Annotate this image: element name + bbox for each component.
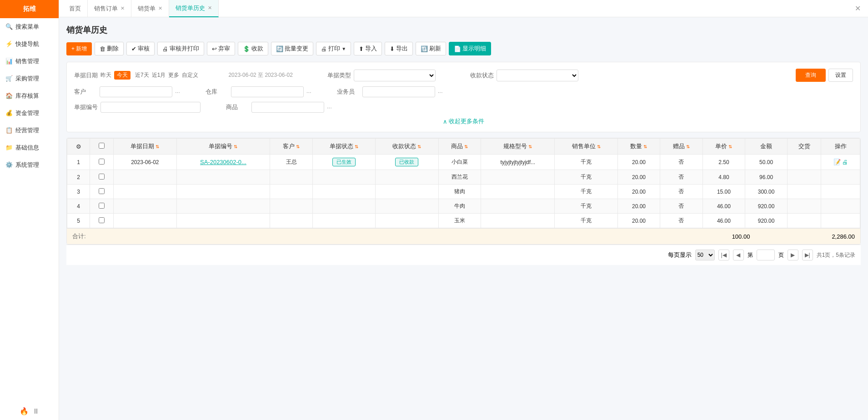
row-doc-num[interactable]: SA-20230602-0... [176,155,270,170]
tab-close-sales-order[interactable]: ✕ [120,5,125,11]
th-checkbox[interactable] [90,139,114,155]
audit-button[interactable]: ✔ 审核 [126,42,155,55]
th-customer[interactable]: 客户⇅ [270,139,312,155]
row-spec [481,170,555,185]
collapse-up-icon: ∧ [443,118,447,125]
date-yesterday[interactable]: 昨天 [100,71,111,79]
add-button[interactable]: + 新增 [66,42,92,55]
goods-input[interactable] [251,102,324,113]
tab-sales-delivery[interactable]: 销货单 ✕ [131,0,169,17]
doc-num-input[interactable] [100,102,201,113]
sidebar-item-sales-mgmt[interactable]: 📊 销售管理 [0,53,59,70]
collapse-button[interactable]: ∧ 收起更多条件 [443,117,484,125]
sidebar-item-operations[interactable]: 📋 经营管理 [0,122,59,139]
row-doc-num[interactable] [176,214,270,228]
tab-home[interactable]: 首页 [63,0,88,17]
salesman-dots[interactable]: ··· [438,89,443,95]
collect-icon: 💲 [243,45,250,52]
goods-dots[interactable]: ··· [327,104,332,111]
pay-status-select[interactable] [497,70,578,81]
page-input[interactable]: 1 [757,250,775,260]
tab-close-all[interactable]: ✕ [851,4,864,13]
sidebar-item-purchase-mgmt[interactable]: 🛒 采购管理 [0,70,59,87]
batch-change-button[interactable]: 🔄 批量变更 [271,42,313,55]
first-page-button[interactable]: |◀ [718,250,729,260]
sidebar-bottom: 🔥 ⏸ [0,402,59,420]
print-button[interactable]: 🖨 打印 ▼ [316,42,351,55]
row-price: 15.00 [702,185,745,199]
row-price: 46.00 [702,214,745,228]
th-num[interactable]: 单据编号⇅ [176,139,270,155]
abandon-button[interactable]: ↩ 弃审 [207,42,235,55]
salesman-input[interactable] [362,86,435,97]
prev-page-button[interactable]: ◀ [733,250,744,260]
collect-button[interactable]: 💲 收款 [238,42,268,55]
th-qty[interactable]: 数量⇅ [617,139,660,155]
sidebar-item-system-mgmt[interactable]: ⚙️ 系统管理 [0,156,59,174]
row-checkbox[interactable] [90,199,114,214]
goods-label: 商品 [226,103,249,111]
quick-nav-icon: ⚡ [5,40,13,48]
sidebar-item-inventory[interactable]: 🏠 库存核算 [0,87,59,105]
row-checkbox[interactable] [90,214,114,228]
th-settings[interactable]: ⚙ [67,139,90,155]
th-spec[interactable]: 规格型号⇅ [481,139,555,155]
row-doc-num[interactable] [176,185,270,199]
row-action[interactable] [821,185,860,199]
row-doc-num[interactable] [176,170,270,185]
sidebar-collapse-icon[interactable]: 🔥 [20,407,29,415]
tab-close-sales-delivery[interactable]: ✕ [158,5,162,11]
sales-icon: 📊 [5,58,13,65]
tab-sales-order[interactable]: 销售订单 ✕ [88,0,131,17]
th-goods[interactable]: 商品⇅ [438,139,481,155]
date-1month[interactable]: 近1月 [152,71,166,79]
th-price[interactable]: 单价⇅ [702,139,745,155]
th-gift[interactable]: 赠品⇅ [660,139,702,155]
refresh-button[interactable]: 🔃 刷新 [416,42,446,55]
row-action[interactable] [821,214,860,228]
row-gift: 否 [660,199,702,214]
date-custom[interactable]: 自定义 [182,71,198,79]
delete-button[interactable]: 🗑 删除 [95,42,124,55]
th-doc-status[interactable]: 单据状态⇅ [312,139,375,155]
row-checkbox[interactable] [90,185,114,199]
tab-sales-history[interactable]: 销货单历史 ✕ [169,0,219,17]
export-icon: ⬇ [390,45,395,52]
settings-button[interactable]: 设置 [828,69,853,82]
th-trade: 交货 [788,139,821,155]
export-button[interactable]: ⬇ 导出 [385,42,413,55]
sidebar-item-finance[interactable]: 💰 资金管理 [0,105,59,122]
sidebar-item-quick-nav[interactable]: ⚡ 快捷导航 [0,35,59,53]
select-all-checkbox[interactable] [99,143,105,149]
row-checkbox[interactable] [90,170,114,185]
th-pay-status[interactable]: 收款状态⇅ [376,139,438,155]
th-date[interactable]: 单据日期⇅ [114,139,176,155]
next-page-button[interactable]: ▶ [788,250,798,260]
last-page-button[interactable]: ▶| [802,250,813,260]
date-7days[interactable]: 近7天 [135,71,149,79]
th-unit[interactable]: 销售单位⇅ [555,139,617,155]
warehouse-dots[interactable]: ··· [306,89,311,95]
row-action[interactable] [821,199,860,214]
date-more[interactable]: 更多 [168,71,179,79]
row-action[interactable]: 📝 🖨 [821,155,860,170]
query-button[interactable]: 查询 [796,69,826,82]
data-table: ⚙ 单据日期⇅ 单据编号⇅ 客户⇅ 单据状态⇅ 收款状态⇅ 商品⇅ 规格型号⇅ … [67,138,860,228]
row-action[interactable] [821,170,860,185]
warehouse-input[interactable] [231,86,304,97]
show-detail-button[interactable]: 📄 显示明细 [449,42,491,55]
row-checkbox[interactable] [90,155,114,170]
date-today[interactable]: 今天 [114,71,130,80]
customer-input[interactable] [100,86,172,97]
per-page-select[interactable]: 50 100 [695,250,715,260]
sidebar-item-basic-info[interactable]: 📁 基础信息 [0,139,59,156]
audit-print-button[interactable]: 🖨 审核并打印 [157,42,204,55]
row-doc-num[interactable] [176,199,270,214]
purchase-icon: 🛒 [5,75,13,82]
tab-close-sales-history[interactable]: ✕ [208,5,212,11]
sidebar-pause-icon[interactable]: ⏸ [32,407,40,415]
doc-type-select[interactable] [354,70,436,81]
customer-dots[interactable]: ··· [175,89,180,95]
import-button[interactable]: ⬆ 导入 [354,42,382,55]
sidebar-item-search-menu[interactable]: 🔍 搜索菜单 [0,18,59,35]
